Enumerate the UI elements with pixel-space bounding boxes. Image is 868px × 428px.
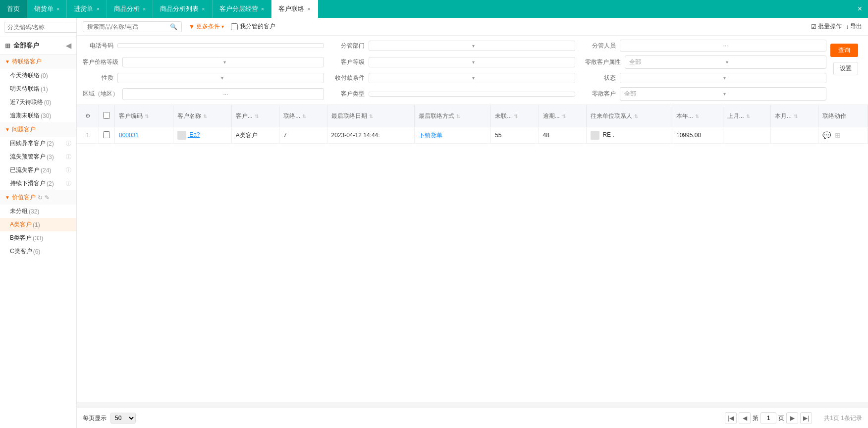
sidebar-item-repurchase[interactable]: 回购异常客户 (2) ⓘ (0, 137, 76, 150)
value-refresh-icon[interactable]: ↻ (38, 194, 43, 201)
section-problem-header[interactable]: ▼ 问题客户 (0, 122, 76, 137)
sidebar-item-class-a[interactable]: A类客户 (1) (0, 218, 76, 231)
customer-type-input[interactable] (369, 92, 575, 97)
phone-input[interactable] (117, 43, 324, 48)
th-liaison-label: 往来单位联系人 (591, 112, 632, 120)
nav-tab-purchase[interactable]: 进货单 × (67, 0, 107, 18)
manager-select[interactable]: ··· (620, 40, 826, 52)
toolbar-search-icon[interactable]: 🔍 (170, 23, 177, 30)
th-type: 客户... ⇅ (231, 105, 279, 127)
filter-customer-type: 客户类型 (334, 90, 575, 98)
close-all-btn[interactable]: × (852, 4, 868, 13)
sidebar-item-overdue[interactable]: 逾期未联络 (30) (0, 109, 76, 122)
customer-grade-select[interactable]: ▾ (369, 57, 575, 67)
search-input[interactable] (87, 23, 170, 30)
row-select-checkbox[interactable] (103, 131, 110, 138)
sidebar-item-7days[interactable]: 近7天待联络 (0) (0, 96, 76, 109)
sidebar-item-class-c[interactable]: C类客户 (6) (0, 245, 76, 258)
dept-select[interactable]: ▾ (369, 41, 575, 51)
last-page-btn[interactable]: ▶| (800, 412, 812, 424)
retail-attr-select[interactable]: 全部 ▾ (625, 55, 826, 69)
th-type-sort-icon[interactable]: ⇅ (255, 113, 259, 119)
per-page-select[interactable]: 50 100 200 (110, 413, 136, 424)
gear-settings-icon[interactable]: ⚙ (81, 109, 95, 123)
goods-analysis-close[interactable]: × (143, 6, 146, 12)
row-overdue: 48 (539, 127, 586, 144)
filter-manager: 分管人员 ··· (585, 40, 826, 52)
th-overdue-sort-icon[interactable]: ⇅ (562, 113, 566, 119)
sidebar-item-churn-warning[interactable]: 流失预警客户 (3) ⓘ (0, 150, 76, 163)
page-input[interactable] (760, 412, 776, 424)
th-last-month-sort-icon[interactable]: ⇅ (746, 113, 750, 119)
problem-arrow-icon: ▼ (5, 127, 10, 132)
row-code[interactable]: 000031 (115, 127, 173, 144)
nav-tab-customer-tier[interactable]: 客户分层经营 × (213, 0, 271, 18)
sidebar-item-class-b[interactable]: B类客户 (33) (0, 231, 76, 245)
price-grade-arrow-icon: ▾ (223, 59, 320, 65)
th-checkbox (99, 105, 115, 127)
repurchase-info-icon: ⓘ (66, 140, 71, 147)
nav-tab-sales[interactable]: 销货单 × (27, 0, 67, 18)
sidebar-all-customers[interactable]: ⊞ 全部客户 ◀ (0, 37, 76, 54)
sales-close[interactable]: × (56, 6, 59, 12)
price-grade-select[interactable]: ▾ (122, 57, 324, 67)
customer-contact-close[interactable]: × (307, 6, 310, 12)
my-customer-input[interactable] (231, 23, 238, 30)
sidebar-search-input[interactable] (4, 22, 77, 33)
sidebar-item-declining[interactable]: 持续下滑客户 (2) ⓘ (0, 177, 76, 190)
sidebar-item-ungrouped[interactable]: 未分组 (32) (0, 205, 76, 218)
status-select[interactable]: ▾ (620, 73, 826, 83)
retail-customer-select[interactable]: 全部 ▾ (620, 87, 826, 101)
filter-more-btn[interactable]: ▼ 更多条件 ▾ (186, 21, 227, 32)
price-grade-label: 客户价格等级 (83, 58, 122, 66)
th-liaison-sort-icon[interactable]: ⇅ (634, 113, 638, 119)
collapse-icon[interactable]: ◀ (66, 42, 71, 50)
th-code-sort-icon[interactable]: ⇅ (145, 113, 149, 119)
sidebar-item-tomorrow[interactable]: 明天待联络 (1) (0, 82, 76, 96)
export-btn[interactable]: ↓ 导出 (846, 22, 862, 31)
my-customer-checkbox[interactable]: 我分管的客户 (231, 22, 275, 31)
row-last-method[interactable]: 下销货单 (414, 127, 491, 144)
section-value-label: 价值客户 (12, 193, 36, 202)
th-not-contact-sort-icon[interactable]: ⇅ (514, 113, 518, 119)
prev-page-btn[interactable]: ◀ (739, 412, 751, 424)
first-page-btn[interactable]: |◀ (725, 412, 737, 424)
th-contact-sort-icon[interactable]: ⇅ (302, 113, 306, 119)
purchase-close[interactable]: × (96, 6, 99, 12)
action-chat-icon[interactable]: 💬 (822, 131, 831, 139)
query-button[interactable]: 查询 (830, 44, 858, 57)
nav-tab-home[interactable]: 首页 (0, 0, 27, 18)
filter-row-4: 区域（地区） ··· 客户类型 (83, 87, 826, 101)
select-all-checkbox[interactable] (103, 112, 110, 119)
th-this-month-sort-icon[interactable]: ⇅ (794, 113, 798, 119)
pagination: 每页显示 50 100 200 |◀ ◀ 第 页 ▶ ▶| 共1页 1条记录 (77, 408, 868, 428)
nav-tab-goods-analysis-list[interactable]: 商品分析列表 × (153, 0, 212, 18)
section-value-header[interactable]: ▼ 价值客户 ↻ ✎ (0, 190, 76, 205)
goods-analysis-list-close[interactable]: × (202, 6, 205, 12)
value-edit-icon[interactable]: ✎ (45, 194, 50, 201)
filter-panel: 电话号码 分管部门 ▾ (77, 36, 868, 105)
next-page-btn[interactable]: ▶ (786, 412, 798, 424)
section-pending-header[interactable]: ▼ 待联络客户 (0, 54, 76, 69)
section-pending: ▼ 待联络客户 今天待联络 (0) 明天待联络 (1) 近7天待联络 (0) 逾… (0, 54, 76, 122)
sidebar-item-churned[interactable]: 已流失客户 (24) ⓘ (0, 163, 76, 177)
payment-select[interactable]: ▾ (369, 73, 575, 83)
th-last-date-sort-icon[interactable]: ⇅ (369, 113, 373, 119)
settings-button[interactable]: 设置 (833, 62, 858, 75)
customer-tier-close[interactable]: × (261, 6, 264, 12)
row-name[interactable]: Ea? (173, 127, 231, 144)
sidebar-item-today[interactable]: 今天待联络 (0) (0, 69, 76, 82)
h-scrollbar-area[interactable] (77, 402, 868, 408)
nature-select[interactable]: ▾ (117, 73, 324, 83)
nav-tab-goods-analysis[interactable]: 商品分析 × (107, 0, 153, 18)
toolbar-search-box[interactable]: 🔍 (83, 21, 182, 32)
nav-tab-customer-contact[interactable]: 客户联络 × (271, 0, 318, 18)
th-last-method-sort-icon[interactable]: ⇅ (456, 113, 460, 119)
th-this-year-sort-icon[interactable]: ⇅ (695, 113, 699, 119)
total-info: 共1页 1条记录 (824, 414, 862, 423)
batch-op-btn[interactable]: ☑ 批量操作 (811, 22, 842, 31)
my-customer-label: 我分管的客户 (240, 22, 275, 31)
action-qr-icon[interactable]: ⊞ (835, 131, 841, 139)
region-select[interactable]: ··· (122, 88, 324, 100)
th-name-sort-icon[interactable]: ⇅ (203, 113, 207, 119)
